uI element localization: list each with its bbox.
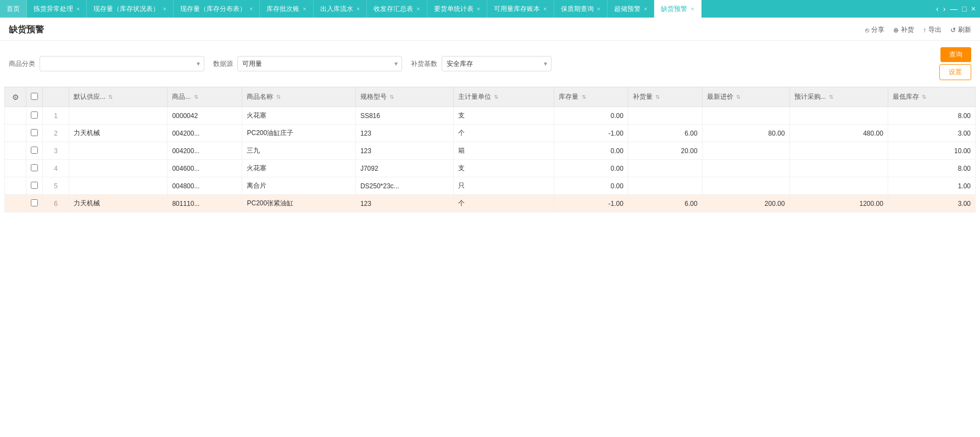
tab-close-8[interactable]: × (543, 5, 547, 12)
row-checkbox-1[interactable] (31, 129, 38, 136)
row-latest-price (702, 107, 789, 125)
supplier-sort-icon: ⇅ (108, 94, 113, 100)
row-checkbox-2[interactable] (31, 147, 38, 154)
row-estimated-purchase (789, 142, 888, 160)
row-checkbox-cell[interactable] (26, 107, 43, 125)
table-header-min-stock[interactable]: 最低库存 ⇅ (888, 87, 975, 107)
replenish-button[interactable]: ⊕ 补货 (893, 25, 914, 35)
row-checkbox-5[interactable] (31, 199, 38, 206)
row-checkbox-3[interactable] (31, 164, 38, 171)
replenish-base-label: 补货基数 (411, 59, 437, 69)
table-header-spec[interactable]: 规格型号 ⇅ (355, 87, 453, 107)
row-checkbox-cell[interactable] (26, 125, 43, 142)
row-estimated-purchase (789, 107, 888, 125)
replenish-qty-col-label: 补货量 (633, 93, 653, 100)
row-checkbox-cell[interactable] (26, 195, 43, 212)
row-checkbox-0[interactable] (31, 111, 38, 119)
tab-item-4[interactable]: 库存批次账× (260, 0, 313, 18)
tab-item-10[interactable]: 超储预警× (608, 0, 654, 18)
tab-bar: 首页拣货异常处理×现存量（库存状况表）×现存量（库存分布表）×库存批次账×出入库… (0, 0, 980, 18)
refresh-button[interactable]: ↺ 刷新 (950, 25, 971, 35)
datasource-select[interactable]: 可用量 (237, 56, 402, 71)
tab-close-4[interactable]: × (303, 5, 306, 12)
tab-item-1[interactable]: 拣货异常处理× (27, 0, 87, 18)
table-row[interactable]: 3 004200... 三九 123 箱 0.00 20.00 10.00 (5, 142, 976, 160)
row-checkbox-4[interactable] (31, 182, 38, 189)
table-header-supplier[interactable]: 默认供应... ⇅ (69, 87, 168, 107)
select-all-checkbox[interactable] (31, 93, 38, 100)
tab-item-7[interactable]: 要货单统计表× (427, 0, 487, 18)
table-header-latest-price[interactable]: 最新进价 ⇅ (702, 87, 789, 107)
supplier-col-label: 默认供应... (74, 93, 105, 100)
table-header-estimated-purchase[interactable]: 预计采购... ⇅ (789, 87, 888, 107)
category-select[interactable] (40, 56, 204, 71)
window-minimize-button[interactable]: — (948, 0, 960, 18)
row-spec: SS816 (355, 107, 453, 125)
settings-button[interactable]: 设置 (939, 64, 971, 80)
row-min-stock: 8.00 (888, 160, 975, 177)
export-button[interactable]: ↑ 导出 (923, 25, 942, 35)
table-row[interactable]: 6 力天机械 801110... PC200张紧油缸 123 个 -1.00 6… (5, 195, 976, 212)
tab-item-11[interactable]: 缺货预警× (654, 0, 701, 18)
table-header-product-name[interactable]: 商品名称 ⇅ (242, 87, 355, 107)
row-spec: 123 (355, 142, 453, 160)
table-row[interactable]: 1 0000042 火花塞 SS816 支 0.00 8.00 (5, 107, 976, 125)
tab-nav-buttons: ‹ › — □ × (934, 0, 980, 18)
tab-item-5[interactable]: 出入库流水× (314, 0, 367, 18)
row-spec: 123 (355, 125, 453, 142)
row-gear-cell (5, 177, 26, 195)
row-supplier (69, 107, 168, 125)
table-header-stock[interactable]: 库存量 ⇅ (554, 87, 628, 107)
tab-label-1: 拣货异常处理 (34, 4, 73, 14)
min-stock-col-label: 最低库存 (893, 93, 919, 100)
tab-label-0: 首页 (7, 4, 20, 14)
tab-close-6[interactable]: × (416, 5, 420, 12)
window-close-button[interactable]: × (969, 0, 978, 18)
share-button[interactable]: ⎋ 分享 (865, 25, 884, 35)
row-number: 5 (43, 177, 69, 195)
tab-close-3[interactable]: × (249, 5, 253, 12)
tab-item-9[interactable]: 保质期查询× (554, 0, 608, 18)
table-header-unit[interactable]: 主计量单位 ⇅ (453, 87, 554, 107)
main-content: 缺货预警 ⎋ 分享 ⊕ 补货 ↑ 导出 ↺ 刷新 商品分类 (0, 18, 980, 437)
tab-item-6[interactable]: 收发存汇总表× (367, 0, 427, 18)
row-product-code: 004200... (168, 125, 242, 142)
row-number: 2 (43, 125, 69, 142)
table-header-checkbox (26, 87, 43, 107)
tab-close-5[interactable]: × (357, 5, 360, 12)
row-checkbox-cell[interactable] (26, 160, 43, 177)
row-latest-price: 80.00 (702, 125, 789, 142)
settings-gear-icon[interactable]: ⚙ (9, 91, 21, 103)
row-min-stock: 1.00 (888, 177, 975, 195)
tab-prev-button[interactable]: ‹ (934, 0, 941, 18)
replenish-base-select[interactable]: 安全库存 (442, 56, 552, 71)
table-header-product-code[interactable]: 商品... ⇅ (168, 87, 242, 107)
table-row[interactable]: 2 力天机械 004200... PC200油缸庄子 123 个 -1.00 6… (5, 125, 976, 142)
tab-close-9[interactable]: × (597, 5, 600, 12)
row-checkbox-cell[interactable] (26, 142, 43, 160)
table-row[interactable]: 4 004600... 火花塞 J7092 支 0.00 8.00 (5, 160, 976, 177)
tab-close-2[interactable]: × (163, 5, 166, 12)
tab-close-1[interactable]: × (76, 5, 80, 12)
category-filter-group: 商品分类 ▾ (9, 56, 204, 71)
table-header-replenish-qty[interactable]: 补货量 ⇅ (628, 87, 702, 107)
tab-next-button[interactable]: › (941, 0, 948, 18)
tab-item-2[interactable]: 现存量（库存状况表）× (87, 0, 173, 18)
window-maximize-button[interactable]: □ (960, 0, 968, 18)
row-checkbox-cell[interactable] (26, 177, 43, 195)
tab-close-7[interactable]: × (477, 5, 480, 12)
latest-price-col-label: 最新进价 (707, 93, 733, 100)
row-latest-price (702, 142, 789, 160)
tab-close-11[interactable]: × (691, 5, 694, 12)
row-stock: -1.00 (554, 195, 628, 212)
tab-item-3[interactable]: 现存量（库存分布表）× (174, 0, 260, 18)
row-replenish-qty: 6.00 (628, 195, 702, 212)
tab-item-0[interactable]: 首页 (0, 0, 27, 18)
tab-close-10[interactable]: × (644, 5, 647, 12)
row-stock: 0.00 (554, 142, 628, 160)
tab-label-9: 保质期查询 (561, 4, 594, 14)
tab-item-8[interactable]: 可用量库存账本× (487, 0, 554, 18)
row-product-name: 火花塞 (242, 107, 355, 125)
table-row[interactable]: 5 004800... 离合片 DS250*23c... 只 0.00 1.00 (5, 177, 976, 195)
query-button[interactable]: 查询 (940, 47, 971, 62)
